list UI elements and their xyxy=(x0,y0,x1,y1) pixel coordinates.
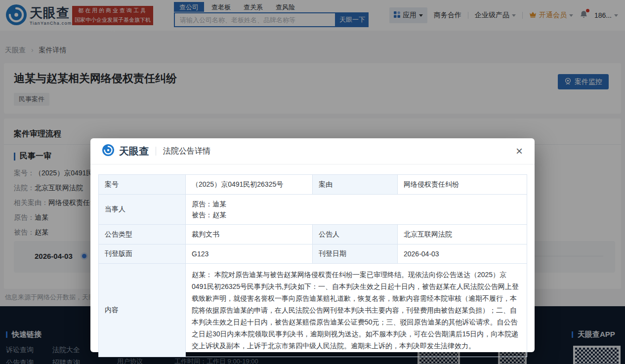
publication-date-label: 刊登日期 xyxy=(313,244,398,264)
case-no-label: 案号 xyxy=(99,175,186,195)
parties-value: 原告：迪某 被告：赵某 xyxy=(186,195,527,225)
table-row: 刊登版面 G123 刊登日期 2026-04-03 xyxy=(99,244,527,264)
table-row: 内容 赵某： 本院对原告迪某与被告赵某网络侵权责任纠纷一案已审理终结。现依法向你… xyxy=(99,264,527,357)
table-row: 案号 （2025）京0491民初26325号 案由 网络侵权责任纠纷 xyxy=(99,175,527,195)
announcement-type-value: 裁判文书 xyxy=(186,225,313,244)
tianyancha-logo-icon xyxy=(102,144,114,158)
modal-header-divider xyxy=(156,147,156,156)
announcer-label: 公告人 xyxy=(313,225,398,244)
case-no-value: （2025）京0491民初26325号 xyxy=(186,175,313,195)
court-announcement-modal: 天眼查 法院公告详情 × 案号 （2025）京0491民初26325号 案由 网… xyxy=(90,138,535,352)
modal-header: 天眼查 法院公告详情 × xyxy=(90,138,535,164)
publication-page-label: 刊登版面 xyxy=(99,244,186,264)
table-row: 公告类型 裁判文书 公告人 北京互联网法院 xyxy=(99,225,527,244)
announcement-type-label: 公告类型 xyxy=(99,225,186,244)
announcer-value: 北京互联网法院 xyxy=(398,225,527,244)
publication-page-value: G123 xyxy=(186,244,313,264)
cause-label: 案由 xyxy=(313,175,398,195)
close-icon[interactable]: × xyxy=(516,145,523,157)
table-row: 当事人 原告：迪某 被告：赵某 xyxy=(99,195,527,225)
publication-date-value: 2026-04-03 xyxy=(398,244,527,264)
announcement-detail-table: 案号 （2025）京0491民初26325号 案由 网络侵权责任纠纷 当事人 原… xyxy=(98,174,527,357)
parties-label: 当事人 xyxy=(99,195,186,225)
plaintiff-line: 原告：迪某 xyxy=(192,199,521,209)
page: 天眼查 TianYanCha.com 都在用的商业查询工具 国家中小企业发展子基… xyxy=(0,0,625,364)
cause-value: 网络侵权责任纠纷 xyxy=(398,175,527,195)
modal-logo-title: 天眼查 xyxy=(119,145,149,158)
content-label: 内容 xyxy=(99,264,186,357)
modal-title: 法院公告详情 xyxy=(163,146,210,157)
content-value: 赵某： 本院对原告迪某与被告赵某网络侵权责任纠纷一案已审理终结。现依法向你公告送… xyxy=(186,264,527,357)
defendant-line: 被告：赵某 xyxy=(192,209,521,220)
